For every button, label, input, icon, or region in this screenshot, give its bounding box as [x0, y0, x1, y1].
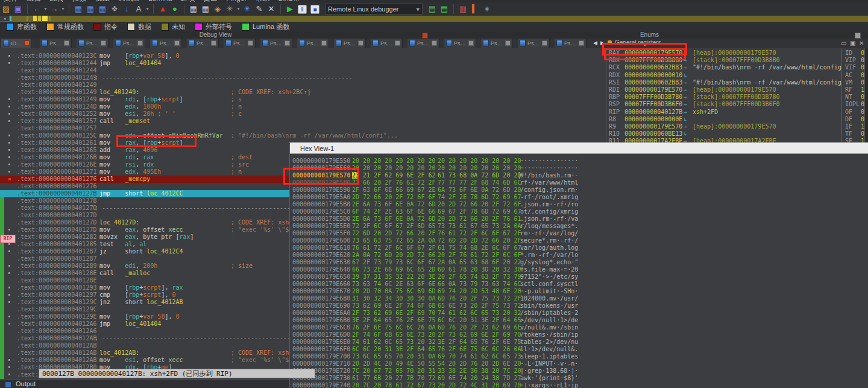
flag-row-iopl[interactable]: IOPL0	[845, 101, 864, 108]
hex-row[interactable]: 000000000179E68031 30 32 34 30 30 30 0A6…	[290, 295, 868, 302]
tab-close-icon[interactable]	[64, 40, 69, 46]
breakpoint-dot[interactable]	[8, 120, 10, 122]
register-row-rcx[interactable]: RCX0000000000602B83→"#!/bin/bash\nrm -rf…	[606, 64, 868, 71]
disasm-line[interactable]: .text:0000000000401249loc_401249:; CODE …	[0, 89, 606, 96]
save-icon[interactable]: ▣	[14, 3, 22, 15]
disasm-line[interactable]: .text:0000000000401244jmp loc_401404	[0, 60, 606, 67]
hex-row[interactable]: 000000000179E5F072 6D 20 2D 72 66 20 2F7…	[290, 230, 868, 237]
run-to-cursor-icon[interactable]: ↓	[122, 3, 131, 15]
nav-forward-dropdown-icon[interactable]: ▾	[61, 3, 65, 15]
tab-scroll-right-icon[interactable]: ▶	[600, 40, 605, 46]
breakpoint-color-icon[interactable]: ▍	[471, 3, 479, 15]
hex-row[interactable]: 000000000179E74020 7C 20 78 61 72 67 732…	[290, 382, 868, 388]
register-row-r9[interactable]: R9000000000179E570→[heap]:000000000179E5…	[606, 123, 868, 130]
hex-row[interactable]: 000000000179E69073 62 69 6E 2F 74 6F 6B6…	[290, 302, 868, 310]
view-dropdown-icon[interactable]: ▾	[145, 3, 149, 15]
breakpoint-list-icon[interactable]: ▦	[189, 3, 198, 15]
nav-forward-icon[interactable]: →	[50, 3, 58, 15]
warning-icon[interactable]: ▲	[159, 3, 167, 15]
text-view-icon[interactable]: A	[134, 3, 143, 15]
debugger-attach-icon[interactable]: ▤	[440, 3, 448, 15]
disasm-line[interactable]: .text:000000000040125Cmov edx, offset aB…	[0, 132, 606, 139]
hex-row[interactable]: 000000000179E58072 66 20 2F 76 61 72 2F7…	[290, 179, 868, 186]
tab-pseudocode[interactable]: Ps…	[334, 39, 366, 48]
debugger-options-icon[interactable]: ▤	[428, 3, 436, 15]
step-trace-icon[interactable]: ❖	[110, 3, 119, 15]
breakpoint-dot[interactable]	[8, 106, 10, 107]
register-row-rdx[interactable]: RDX0000000000000010↳	[606, 72, 868, 79]
breakpoint-dot[interactable]	[8, 265, 10, 267]
tab-pseudocode[interactable]: Ps…	[444, 39, 476, 48]
flag-row-if[interactable]: IF1	[845, 123, 864, 130]
breakpoint-dot[interactable]	[8, 171, 10, 173]
disasm-line[interactable]: .text:0000000000401249	[0, 81, 606, 89]
hex-row[interactable]: 000000000179E71020 2D 4C 20 49 4E 50 555…	[290, 360, 868, 367]
register-row-rbp[interactable]: RBP00007FFF00D3B780→[stack]:00007FFF00D3…	[606, 94, 868, 101]
hex-row[interactable]: 000000000179E5A02D 72 66 20 2F 72 6F 6F7…	[290, 194, 868, 201]
debugger-select[interactable]: Remote Linux debugger▾	[325, 4, 423, 14]
breakpoint-dot[interactable]	[8, 142, 10, 144]
hex-row[interactable]: 000000000179E6F06C 6C 20 31 3E 2F 64 657…	[290, 346, 868, 353]
tab-ida-view[interactable]: ID…	[1, 39, 32, 48]
breakpoint-dot[interactable]	[8, 164, 10, 165]
disasm-line[interactable]: .text:0000000000401257	[0, 125, 606, 132]
hex-row[interactable]: 000000000179E6D02F 74 6F 6B 65 6E 73 202…	[290, 331, 868, 339]
start-process-icon[interactable]: ●	[171, 3, 179, 15]
snowflake-icon[interactable]: ∗	[483, 3, 491, 15]
hex-row[interactable]: 000000000179E61076 61 72 2F 6C 6F 67 2F6…	[290, 244, 868, 252]
tab-pseudocode[interactable]: Ps…	[187, 39, 219, 48]
hex-row[interactable]: 000000000179E5E072 2F 6C 6F 67 2F 6D 657…	[290, 223, 868, 230]
breakpoint-dot[interactable]	[8, 250, 10, 252]
flag-row-ac[interactable]: AC0	[845, 72, 864, 79]
tab-close-icon[interactable]	[174, 40, 180, 46]
hex-row[interactable]: 000000000179E60073 65 63 75 72 65 2A 0A7…	[290, 237, 868, 244]
disasm-line[interactable]: .text:000000000040123Cmov [rbp+var_58], …	[0, 52, 606, 60]
register-row-r11[interactable]: R1100000000017A2EBE→[heap]:00000000017A2…	[606, 138, 868, 142]
hex-row[interactable]: 000000000179E63067 2F 73 79 73 6C 6F 672…	[290, 259, 868, 266]
flag-row-of[interactable]: OF0	[845, 109, 864, 116]
tab-close-icon[interactable]	[211, 40, 216, 46]
flag-row-vm[interactable]: VM0	[845, 79, 864, 86]
hex-row[interactable]: 000000000179E70073 6C 65 65 70 20 31 0A6…	[290, 353, 868, 360]
continue-process-icon[interactable]: ▶	[286, 3, 294, 15]
tab-pseudocode[interactable]: Ps…	[407, 39, 439, 48]
breakpoint-dot[interactable]	[8, 55, 10, 57]
edit-icon[interactable]: ✎	[255, 3, 263, 15]
register-row-r10[interactable]: R10000000000060BE13↳	[606, 130, 868, 138]
registers-splitter[interactable]	[841, 48, 842, 142]
hex-row[interactable]: 000000000179E57023 21 2F 62 69 6E 2F 626…	[290, 172, 868, 179]
step-dropdown-icon[interactable]: ▾	[236, 3, 241, 15]
hex-row[interactable]: 000000000179E5902F 63 6F 6E 66 69 67 2E6…	[290, 186, 868, 194]
register-row-rsp[interactable]: RSP00007FFF00D3B6F0→[stack]:00007FFF00D3…	[606, 101, 868, 108]
tab-pseudocode[interactable]: Ps…	[518, 39, 550, 48]
breakpoint-dot[interactable]	[8, 272, 10, 274]
hex-row[interactable]: 000000000179E6202A 0A 72 6D 20 2D 72 662…	[290, 252, 868, 259]
thread-list-icon[interactable]: ▦	[98, 3, 107, 15]
breakpoint-dot[interactable]	[8, 359, 10, 361]
tab-pseudocode[interactable]: Ps…	[371, 39, 403, 48]
disasm-line[interactable]: .text:0000000000401249; ----------------…	[0, 74, 606, 81]
breakpoint-dot[interactable]	[8, 156, 10, 158]
stop-process-icon[interactable]: ■	[310, 5, 319, 14]
breakpoint-dot[interactable]	[8, 149, 10, 151]
tab-close-icon[interactable]	[285, 40, 290, 46]
disasm-line[interactable]: .text:0000000000401252mov esi, 20h ; ' '…	[0, 110, 606, 118]
hex-row[interactable]: 000000000179E65039 37 31 35 32 22 20 3E2…	[290, 273, 868, 281]
registers-scrollbar[interactable]	[864, 48, 868, 142]
tab-pseudocode[interactable]: Ps…	[260, 39, 292, 48]
hex-row[interactable]: 000000000179E6B03E 2F 64 65 76 2F 6E 756…	[290, 317, 868, 324]
hex-row[interactable]: 000000000179E6A02F 73 62 69 6E 2F 69 707…	[290, 310, 868, 317]
columns-icon[interactable]: ▥	[459, 3, 467, 15]
tab-close-icon[interactable]	[248, 40, 253, 46]
tab-close-icon[interactable]	[468, 40, 474, 46]
tab-pseudocode[interactable]: Ps…	[555, 39, 587, 48]
flag-row-tf[interactable]: TF0	[845, 130, 864, 138]
enums-close-icon[interactable]	[855, 33, 861, 39]
general-registers-panel[interactable]: RAX000000000179E570→[heap]:000000000179E…	[606, 48, 868, 142]
hex-row[interactable]: 000000000179E67020 2D 70 0A 75 6C 69 6D6…	[290, 288, 868, 295]
register-row-rbx[interactable]: RBX00007FFF00D3B8B0→[stack]:00007FFF00D3…	[606, 57, 868, 64]
flag-row-id[interactable]: ID0	[845, 49, 864, 57]
pause-process-icon[interactable]: ‖	[298, 5, 307, 14]
tab-pseudocode[interactable]: Ps…	[297, 39, 329, 48]
tab-pseudocode[interactable]: Ps…	[77, 39, 108, 48]
